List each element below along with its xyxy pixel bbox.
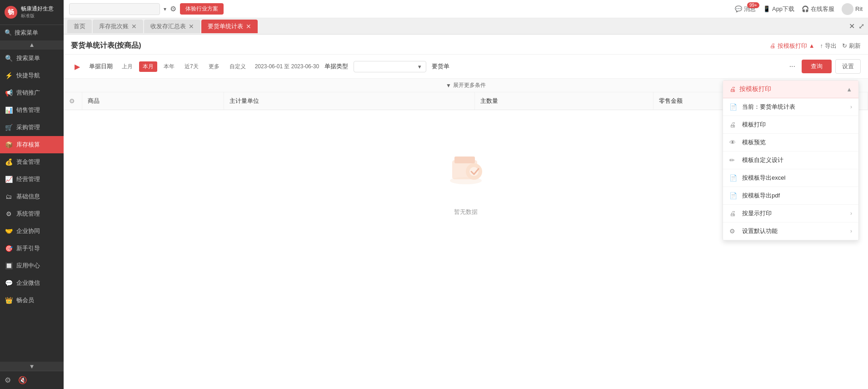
message-badge: 99+ [747, 2, 759, 8]
sidebar-item-sales[interactable]: 📊 销售管理 [0, 101, 64, 119]
current-template-icon: 📄 [729, 103, 738, 111]
expand-more-label: 展开更多条件 [453, 81, 486, 89]
filter-bar: ▶ 单据日期 上月 本月 本年 近7天 更多 自定义 2023-06-01 至 … [64, 55, 868, 79]
print-icon: 🖨 [770, 42, 776, 49]
nav-label-basic: 基础信息 [16, 192, 40, 201]
topbar-dropdown-icon[interactable]: ▾ [164, 6, 166, 12]
dropdown-display-left: 🖨 按显示打印 [729, 209, 772, 217]
page-header: 要货单统计表(按商品) 🖨 按模板打印 ▲ ↑ 导出 ↻ 刷新 [64, 35, 868, 55]
mute-icon[interactable]: 🔇 [18, 376, 27, 384]
sidebar-item-wechat[interactable]: 💬 企业微信 [0, 274, 64, 292]
sidebar-item-inventory[interactable]: 📦 库存核算 [0, 136, 64, 153]
sidebar-item-shortcut[interactable]: ⚡ 快捷导航 [0, 67, 64, 84]
nav-icon-search: 🔍 [5, 54, 13, 62]
sidebar-item-purchase[interactable]: 🛒 采购管理 [0, 119, 64, 136]
search-icon: 🔍 [5, 29, 12, 36]
user-avatar-item[interactable]: Rit [842, 3, 863, 15]
dropdown-default-left: ⚙ 设置默认功能 [729, 227, 778, 235]
filter-expand-icon[interactable]: ▶ [71, 61, 84, 73]
dropdown-item-custom-design[interactable]: ✏ 模板自定义设计 [723, 152, 858, 169]
date-btn-custom[interactable]: 自定义 [226, 61, 249, 72]
trial-button[interactable]: 体验行业方案 [180, 3, 224, 15]
nav-label-sales: 销售管理 [16, 106, 40, 114]
message-item[interactable]: 💬 消息 99+ [735, 5, 756, 13]
dropdown-item-preview[interactable]: 👁 模板预览 [723, 134, 858, 152]
sidebar-scroll-down[interactable]: ▼ [0, 362, 64, 371]
table-col-settings[interactable]: ⚙ [64, 92, 82, 110]
sidebar-item-basic[interactable]: 🗂 基础信息 [0, 188, 64, 205]
online-service-item[interactable]: 🎧 在线客服 [802, 5, 834, 13]
tab-2[interactable]: 收发存汇总表✕ [144, 20, 200, 33]
export-button[interactable]: ↑ 导出 [820, 42, 837, 50]
type-filter-chevron: ▾ [418, 63, 421, 70]
tab-label-2: 收发存汇总表 [150, 22, 186, 30]
nav-label-cooperation: 企业协同 [16, 227, 40, 235]
date-btn-7days[interactable]: 近7天 [181, 61, 202, 72]
design-icon: ✏ [729, 157, 738, 164]
tab-3[interactable]: 要货单统计表✕ [201, 20, 258, 33]
dropdown-print-icon: 🖨 [729, 86, 736, 93]
topbar-search-input[interactable] [69, 3, 160, 15]
query-button[interactable]: 查询 [802, 60, 832, 73]
sidebar-item-system[interactable]: ⚙ 系统管理 [0, 205, 64, 222]
tab-close-2[interactable]: ✕ [189, 23, 194, 30]
topbar: ▾ ⚙ 体验行业方案 💬 消息 99+ 📱 App下载 🎧 在线客服 Rit [64, 0, 868, 18]
display-print-label: 按显示打印 [742, 209, 772, 217]
dropdown-item-export-excel[interactable]: 📄 按模板导出excel [723, 169, 858, 187]
dropdown-item-preview-label: 模板预览 [742, 138, 766, 147]
default-settings-chevron: › [850, 228, 852, 234]
tab-label-0: 首页 [74, 22, 85, 30]
date-filter-label: 单据日期 [89, 62, 113, 71]
nav-label-finance: 资金管理 [16, 158, 40, 166]
content-area: 要货单统计表(按商品) 🖨 按模板打印 ▲ ↑ 导出 ↻ 刷新 ▶ [64, 35, 868, 389]
date-btn-more[interactable]: 更多 [205, 61, 223, 72]
dropdown-item-print[interactable]: 🖨 模板打印 [723, 116, 858, 134]
dropdown-header[interactable]: 🖨 按模板打印 ▲ [723, 81, 858, 98]
sidebar-item-member[interactable]: 👑 畅会员 [0, 292, 64, 309]
sidebar-item-marketing[interactable]: 📢 营销推广 [0, 84, 64, 101]
nav-label-member: 畅会员 [16, 296, 34, 304]
more-options-button[interactable]: ··· [787, 61, 798, 72]
expand-tab-button[interactable]: ⤢ [858, 22, 864, 30]
refresh-button[interactable]: ↻ 刷新 [842, 42, 861, 50]
close-all-tabs-button[interactable]: ✕ [849, 22, 855, 30]
sidebar-search-item[interactable]: 🔍 搜索菜单 [0, 25, 64, 40]
dropdown-item-export-pdf[interactable]: 📄 按模板导出pdf [723, 187, 858, 205]
sidebar-item-apps[interactable]: 🔲 应用中心 [0, 257, 64, 274]
dropdown-current-template[interactable]: 📄 当前：要货单统计表 › [723, 98, 858, 116]
dropdown-item-design-label: 模板自定义设计 [742, 156, 783, 164]
settings-icon[interactable]: ⚙ [5, 376, 11, 384]
sidebar-item-search[interactable]: 🔍 搜索菜单 [0, 50, 64, 67]
dropdown-title: 按模板打印 [739, 85, 771, 93]
tab-close-3[interactable]: ✕ [246, 23, 251, 30]
tab-label-1: 库存批次账 [99, 22, 129, 30]
tab-0[interactable]: 首页 [67, 20, 92, 33]
sidebar-item-guide[interactable]: 🎯 新手引导 [0, 240, 64, 257]
sidebar-item-cooperation[interactable]: 🤝 企业协同 [0, 222, 64, 240]
app-download-item[interactable]: 📱 App下载 [763, 5, 794, 13]
nav-icon-apps: 🔲 [5, 262, 13, 270]
topbar-right: 💬 消息 99+ 📱 App下载 🎧 在线客服 Rit [735, 3, 863, 15]
dropdown-item-print-label: 模板打印 [742, 121, 766, 129]
dropdown-display-print[interactable]: 🖨 按显示打印 › [723, 205, 858, 222]
dropdown-chevron-up: ▲ [846, 86, 852, 93]
topbar-gear-icon[interactable]: ⚙ [170, 5, 176, 13]
tab-1[interactable]: 库存批次账✕ [93, 20, 143, 33]
date-range-label: 2023-06-01 至 2023-06-30 [255, 63, 319, 71]
online-service-label: 在线客服 [811, 5, 834, 13]
date-btn-last-month[interactable]: 上月 [118, 61, 136, 72]
message-icon: 💬 [735, 5, 742, 12]
print-template-button[interactable]: 🖨 按模板打印 ▲ [770, 42, 815, 50]
date-btn-this-year[interactable]: 本年 [160, 61, 178, 72]
date-btn-this-month[interactable]: 本月 [139, 61, 157, 72]
type-filter-select[interactable]: ▾ [354, 61, 426, 72]
print-template-icon: 🖨 [729, 121, 738, 128]
sidebar-item-finance[interactable]: 💰 资金管理 [0, 153, 64, 171]
sidebar-item-operation[interactable]: 📈 经营管理 [0, 171, 64, 188]
filter-settings-button[interactable]: 设置 [835, 59, 861, 74]
tab-close-1[interactable]: ✕ [131, 23, 137, 30]
column-settings-icon[interactable]: ⚙ [69, 97, 75, 105]
dropdown-set-default[interactable]: ⚙ 设置默认功能 › [723, 222, 858, 240]
sidebar-scroll-up[interactable]: ▲ [0, 40, 64, 50]
main-area: ▾ ⚙ 体验行业方案 💬 消息 99+ 📱 App下载 🎧 在线客服 Rit [64, 0, 868, 389]
